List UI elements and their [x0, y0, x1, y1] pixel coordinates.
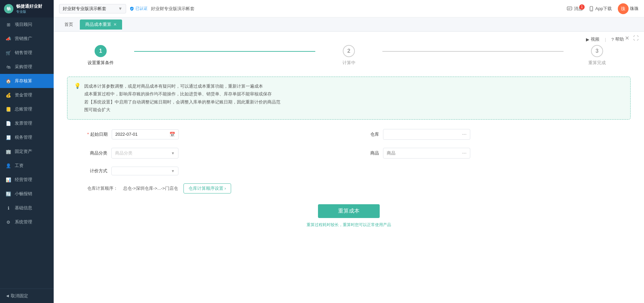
sidebar-item-label-assets: 固定资产 [15, 148, 32, 155]
warehouse-field: 仓库 ··· [359, 129, 610, 140]
sidebar-item-label-payroll: 工资 [15, 163, 23, 169]
account-name: 好业财专业版演示帐套 [63, 6, 106, 12]
sidebar-item-payroll[interactable]: 👤 工资 [0, 159, 54, 173]
info-line-3: 若【系统设置】中启用了自动调整记账日期时，会调整入库单的整单记账日期，因此重新计… [84, 98, 280, 106]
calc-order-row: 仓库计算顺序： 总仓->深圳仓库->...->门店仓 仓库计算顺序设置 › [87, 183, 610, 193]
tab-cost-recalc-label: 商品成本重算 [85, 21, 111, 28]
start-date-field: 起始日期 📅 [87, 129, 339, 139]
user-name: 珠珠 [630, 6, 639, 12]
svg-text:珠: 珠 [621, 6, 626, 11]
warehouse-dots-icon[interactable]: ··· [462, 131, 467, 137]
chart-icon: 📊 [5, 177, 11, 183]
gear-icon: ⚙ [5, 219, 11, 225]
step-2: 2 计算中 [315, 45, 382, 66]
warehouse-label: 仓库 [359, 131, 379, 137]
stepper: 1 设置重算条件 2 计算中 3 重算完成 [67, 42, 631, 66]
bag-icon: 🛍 [5, 64, 11, 70]
step-1-circle: 1 [95, 45, 107, 57]
sidebar-item-inventory[interactable]: 🏠 库存核算 [0, 74, 54, 88]
close-window-button[interactable]: ✕ [625, 35, 629, 41]
sidebar-item-invoice[interactable]: 📄 发票管理 [0, 116, 54, 130]
sidebar-item-label-marketing: 营销推广 [15, 36, 32, 42]
megaphone-icon: 📣 [5, 36, 11, 42]
sidebar-item-label-finance: 资金管理 [15, 92, 32, 98]
sidebar-item-ops[interactable]: 📊 经营管理 [0, 173, 54, 187]
pricing-label: 计价方式 [87, 168, 107, 174]
sidebar-item-label-basic: 基础信息 [15, 205, 32, 211]
info-box: 💡 因成本计算参数调整，或是对商品成本有疑问时，可以通过成本重算功能，重新计算一… [67, 77, 631, 120]
start-date-input-wrapper[interactable]: 📅 [112, 129, 179, 139]
goods-input-wrapper[interactable]: ··· [383, 148, 470, 159]
messages-button[interactable]: 消息 1 [567, 6, 583, 12]
account-select[interactable]: 好业财专业版演示帐套 ▼ [59, 4, 126, 13]
sidebar-nav: ⊞ 项目顾问 📣 营销推广 🛒 销售管理 🛍 采购管理 🏠 库存核算 💰 资金管… [0, 17, 54, 289]
sidebar-item-sales[interactable]: 🛒 销售管理 [0, 46, 54, 60]
goods-field: 商品 ··· [359, 148, 610, 159]
sidebar-item-system[interactable]: ⚙ 系统管理 [0, 215, 54, 229]
avatar-image: 珠 [618, 3, 629, 14]
messages-badge: 1 [579, 4, 585, 10]
sidebar-item-marketing[interactable]: 📣 营销推广 [0, 32, 54, 46]
sidebar-item-project[interactable]: ⊞ 项目顾问 [0, 17, 54, 32]
pricing-select[interactable]: ▼ [111, 167, 178, 175]
maximize-window-button[interactable]: ⛶ [633, 35, 639, 41]
start-date-label: 起始日期 [87, 131, 108, 137]
main-container: 好业财专业版演示帐套 ▼ 已认证 好业财专业版演示帐套 消息 1 App下载 [54, 0, 644, 303]
sidebar-item-assets[interactable]: 🏢 固定资产 [0, 144, 54, 159]
warehouse-input-wrapper[interactable]: ··· [383, 129, 470, 140]
sidebar-item-accounting[interactable]: 📒 总账管理 [0, 102, 54, 116]
sidebar-item-basic[interactable]: ℹ 基础信息 [0, 201, 54, 215]
step-1-label: 设置重算条件 [88, 60, 114, 66]
topbar-right: 消息 1 App下载 珠 珠珠 [567, 3, 639, 14]
app-edition: 专业版 [16, 9, 42, 14]
recalc-button[interactable]: 重算成本 [318, 204, 380, 218]
sidebar-item-label-tax: 税务管理 [15, 134, 32, 140]
sidebar-item-purchase[interactable]: 🛍 采购管理 [0, 60, 54, 74]
sidebar-item-label-ops: 经营管理 [15, 177, 32, 183]
svg-point-2 [591, 10, 592, 10]
app-logo: 畅 [4, 4, 13, 13]
message-icon [567, 6, 573, 12]
tab-close-icon[interactable]: ✕ [113, 22, 117, 27]
step-2-label: 计算中 [342, 60, 356, 66]
category-field: 商品分类 商品分类 ▼ [87, 148, 339, 159]
goods-input[interactable] [387, 150, 462, 156]
asset-icon: 🏢 [5, 148, 11, 155]
refresh-icon: 🔄 [5, 191, 11, 197]
goods-dots-icon[interactable]: ··· [462, 150, 467, 156]
form-section: 起始日期 📅 仓库 ··· 商品分类 [67, 129, 631, 193]
person-icon: 👤 [5, 163, 11, 169]
tab-cost-recalc[interactable]: 商品成本重算 ✕ [80, 19, 122, 30]
start-date-input[interactable] [115, 132, 168, 137]
account-select-arrow: ▼ [118, 6, 122, 11]
shield-icon [129, 6, 134, 11]
calc-order-btn-label: 仓库计算顺序设置 › [189, 185, 226, 191]
sidebar-pin-toggle[interactable]: ◄ 取消固定 [0, 289, 54, 303]
file-icon: 📄 [5, 120, 11, 126]
app-download-button[interactable]: App下载 [589, 6, 612, 12]
step-3-label: 重算完成 [588, 60, 606, 66]
verified-badge: 已认证 [129, 6, 148, 11]
sidebar-item-label-accounting: 总账管理 [15, 106, 32, 112]
sidebar-item-tax[interactable]: 🧾 税务管理 [0, 130, 54, 144]
user-profile[interactable]: 珠 珠珠 [618, 3, 639, 14]
tab-home[interactable]: 首页 [59, 19, 78, 30]
goods-label: 商品 [359, 150, 379, 156]
recalc-hint: 重算过程耗时较长，重算时您可以正常使用产品 [307, 222, 391, 228]
play-icon: ▶ [586, 37, 589, 42]
app-name: 畅捷通好业财 [16, 3, 42, 9]
verified-label: 已认证 [136, 6, 148, 11]
calc-order-settings-button[interactable]: 仓库计算顺序设置 › [183, 183, 231, 193]
step-1: 1 设置重算条件 [67, 45, 134, 66]
sidebar-item-expense[interactable]: 🔄 小畅报销 [0, 187, 54, 201]
sidebar-item-finance[interactable]: 💰 资金管理 [0, 88, 54, 102]
tab-home-label: 首页 [64, 21, 73, 28]
info-line-1: 因成本计算参数调整，或是对商品成本有疑问时，可以通过成本重算功能，重新计算一遍成… [84, 82, 280, 90]
warehouse-input[interactable] [387, 132, 462, 137]
calendar-icon[interactable]: 📅 [169, 132, 175, 137]
category-label: 商品分类 [87, 150, 107, 156]
recalc-button-label: 重算成本 [338, 208, 360, 214]
category-select[interactable]: 商品分类 ▼ [111, 148, 178, 159]
form-row-3: 计价方式 ▼ [87, 167, 610, 175]
avatar: 珠 [618, 3, 629, 14]
